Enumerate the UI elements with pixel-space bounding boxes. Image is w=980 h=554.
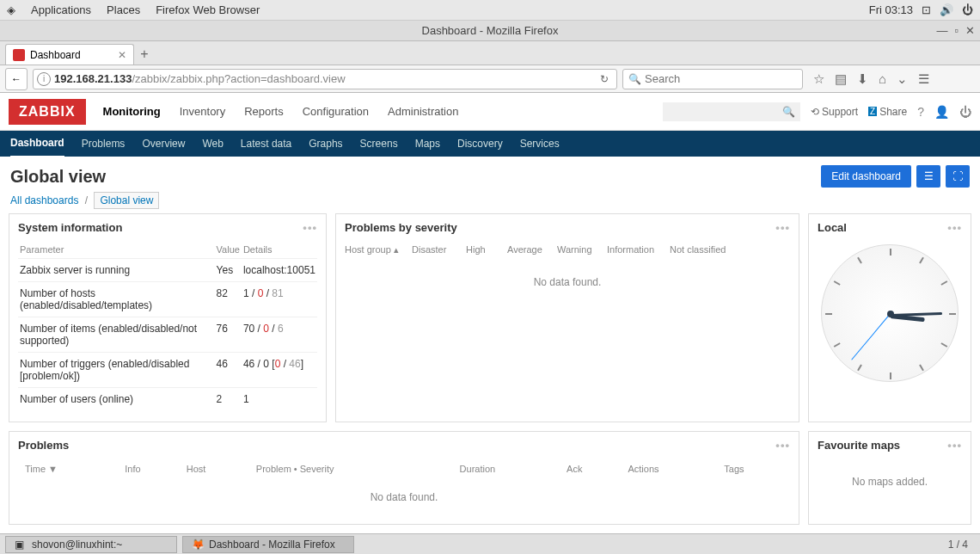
user-icon[interactable]: 👤 — [934, 105, 949, 119]
bookmark-star-icon[interactable]: ☆ — [813, 71, 824, 87]
subnav-web[interactable]: Web — [202, 131, 223, 157]
widget-title: Problems — [18, 439, 69, 452]
nav-administration[interactable]: Administration — [388, 105, 458, 118]
analog-clock — [821, 244, 959, 382]
zabbix-page: ZABBIX MonitoringInventoryReportsConfigu… — [0, 93, 980, 533]
subnav-dashboard[interactable]: Dashboard — [10, 130, 64, 158]
nav-inventory[interactable]: Inventory — [180, 105, 225, 118]
widget-menu-icon[interactable]: ••• — [775, 439, 790, 452]
list-view-button[interactable]: ☰ — [916, 165, 940, 188]
second-hand — [851, 313, 891, 360]
widget-menu-icon[interactable]: ••• — [947, 439, 962, 452]
zabbix-favicon-icon — [13, 49, 25, 61]
power-icon[interactable]: ⏻ — [962, 3, 973, 16]
applications-menu[interactable]: Applications — [31, 3, 91, 16]
no-data-text: No data found. — [345, 259, 790, 305]
taskbar-firefox[interactable]: 🦊 Dashboard - Mozilla Firefox — [182, 536, 354, 553]
search-bar[interactable]: 🔍 — [622, 69, 803, 89]
hamburger-menu-icon[interactable]: ☰ — [918, 71, 929, 87]
url-text: 192.168.21.133/zabbix/zabbix.php?action=… — [54, 72, 596, 85]
tab-close-icon[interactable]: ✕ — [118, 49, 126, 61]
taskbar-terminal[interactable]: ▣ shovon@linuxhint:~ — [5, 536, 177, 553]
subnav-maps[interactable]: Maps — [415, 131, 440, 157]
browser-tab[interactable]: Dashboard ✕ — [5, 44, 134, 65]
breadcrumb-current[interactable]: Global view — [94, 192, 159, 209]
subnav-graphs[interactable]: Graphs — [309, 131, 342, 157]
problems-col[interactable]: Info — [119, 460, 179, 477]
search-icon[interactable]: 🔍 — [782, 106, 795, 118]
back-button[interactable]: ← — [5, 68, 28, 90]
browser-menu[interactable]: Firefox Web Browser — [156, 3, 260, 16]
nav-reports[interactable]: Reports — [244, 105, 284, 118]
info-icon[interactable]: i — [37, 72, 51, 86]
severity-col[interactable]: High — [466, 244, 500, 255]
no-data-text: No maps added. — [809, 459, 971, 505]
home-icon[interactable]: ⌂ — [879, 71, 886, 86]
search-input[interactable] — [645, 72, 797, 85]
widget-menu-icon[interactable]: ••• — [947, 221, 962, 234]
col-parameter: Parameter — [18, 241, 215, 259]
problems-table: Time ▼InfoHostProblem • SeverityDuration… — [18, 459, 790, 479]
zabbix-header: ZABBIX MonitoringInventoryReportsConfigu… — [0, 93, 980, 131]
url-bar[interactable]: i 192.168.21.133/zabbix/zabbix.php?actio… — [33, 69, 617, 89]
new-tab-button[interactable]: + — [134, 44, 155, 65]
severity-col[interactable]: Disaster — [412, 244, 459, 255]
zabbix-logo[interactable]: ZABBIX — [9, 99, 86, 125]
maximize-button[interactable]: ▫ — [954, 24, 959, 37]
pocket-icon[interactable]: ⌄ — [897, 71, 908, 87]
window-title: Dashboard - Mozilla Firefox — [422, 24, 559, 37]
table-row: Number of items (enabled/disabled/not su… — [18, 317, 317, 353]
breadcrumb-all[interactable]: All dashboards — [10, 194, 78, 206]
close-button[interactable]: ✕ — [965, 24, 975, 37]
table-row: Number of hosts (enabled/disabled/templa… — [18, 282, 317, 317]
widget-menu-icon[interactable]: ••• — [775, 221, 790, 234]
problems-col[interactable]: Host — [181, 460, 249, 477]
severity-col[interactable]: Not classified — [670, 244, 738, 255]
firefox-title-bar: Dashboard - Mozilla Firefox — ▫ ✕ — [0, 21, 980, 41]
severity-col[interactable]: Warning — [557, 244, 600, 255]
firefox-tab-strip: Dashboard ✕ + — [0, 41, 980, 65]
zabbix-search-input[interactable] — [663, 102, 800, 121]
nav-monitoring[interactable]: Monitoring — [103, 105, 161, 118]
problems-col[interactable]: Tags — [719, 460, 788, 477]
problems-by-severity-widget: Problems by severity ••• Host group ▴Dis… — [335, 213, 799, 422]
clock-text[interactable]: Fri 03:13 — [869, 3, 913, 16]
network-icon[interactable]: ⊡ — [922, 3, 931, 16]
subnav-latest-data[interactable]: Latest data — [241, 131, 291, 157]
severity-col[interactable]: Information — [607, 244, 663, 255]
severity-col[interactable]: Host group ▴ — [345, 244, 405, 255]
problems-col[interactable]: Time ▼ — [20, 460, 118, 477]
subnav-discovery[interactable]: Discovery — [457, 131, 503, 157]
subnav-screens[interactable]: Screens — [360, 131, 398, 157]
support-link[interactable]: ⟲Support — [811, 106, 858, 118]
subnav-services[interactable]: Services — [520, 131, 560, 157]
subnav-overview[interactable]: Overview — [142, 131, 185, 157]
gnome-logo-icon: ◈ — [7, 3, 15, 16]
search-icon: 🔍 — [628, 73, 641, 85]
subnav-problems[interactable]: Problems — [82, 131, 126, 157]
widget-menu-icon[interactable]: ••• — [303, 221, 317, 234]
problems-col[interactable]: Actions — [622, 460, 717, 477]
places-menu[interactable]: Places — [107, 3, 140, 16]
no-data-text: No data found. — [18, 479, 790, 515]
main-nav: MonitoringInventoryReportsConfigurationA… — [103, 105, 459, 118]
edit-dashboard-button[interactable]: Edit dashboard — [821, 165, 911, 188]
tab-title: Dashboard — [30, 49, 81, 61]
share-link[interactable]: ZShare — [868, 106, 907, 118]
workspace-pager[interactable]: 1 / 4 — [941, 539, 975, 551]
downloads-icon[interactable]: ⬇ — [857, 71, 868, 87]
logout-icon[interactable]: ⏻ — [959, 105, 971, 119]
terminal-icon: ▣ — [15, 539, 27, 551]
help-icon[interactable]: ? — [917, 105, 924, 119]
problems-col[interactable]: Ack — [561, 460, 621, 477]
problems-col[interactable]: Problem • Severity — [251, 460, 453, 477]
fullscreen-button[interactable]: ⛶ — [946, 165, 970, 188]
library-icon[interactable]: ▤ — [835, 71, 847, 87]
sub-nav: DashboardProblemsOverviewWebLatest dataG… — [0, 131, 980, 157]
problems-col[interactable]: Duration — [455, 460, 560, 477]
volume-icon[interactable]: 🔊 — [940, 3, 953, 16]
severity-col[interactable]: Average — [507, 244, 550, 255]
nav-configuration[interactable]: Configuration — [303, 105, 369, 118]
reload-icon[interactable]: ↻ — [596, 73, 613, 85]
minimize-button[interactable]: — — [936, 24, 947, 37]
